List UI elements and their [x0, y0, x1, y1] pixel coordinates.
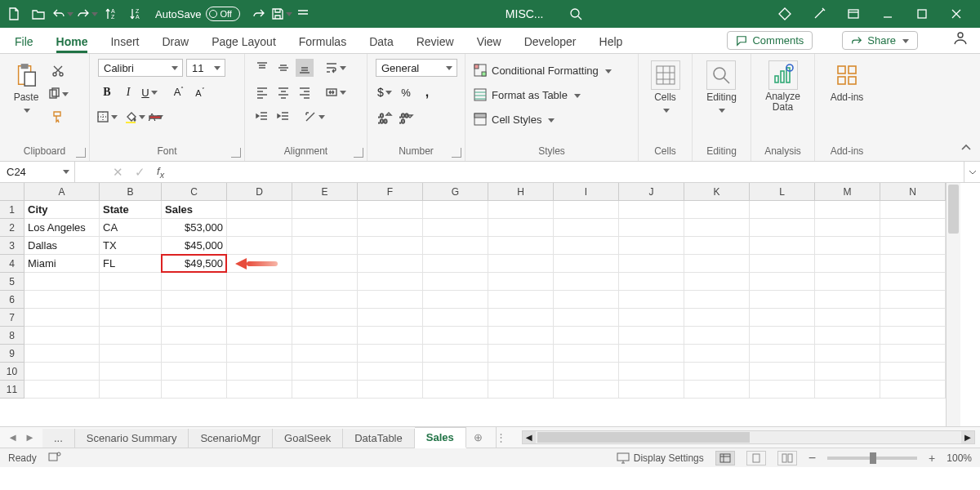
qat-customize-icon[interactable] — [296, 7, 310, 21]
cell-M8[interactable] — [815, 327, 880, 345]
cell-M9[interactable] — [815, 345, 880, 363]
cell-D3[interactable] — [227, 237, 292, 255]
addins-button[interactable]: Add-ins — [827, 59, 867, 105]
cell-L4[interactable] — [750, 255, 815, 273]
cell-E2[interactable] — [292, 219, 358, 237]
italic-icon[interactable]: I — [119, 83, 137, 101]
wand-icon[interactable] — [812, 7, 826, 21]
row-head-5[interactable]: 5 — [0, 273, 24, 291]
cell-D7[interactable] — [227, 309, 292, 327]
cell-D1[interactable] — [227, 201, 292, 219]
redo-icon[interactable] — [80, 7, 95, 21]
col-head-E[interactable]: E — [292, 183, 358, 201]
row-head-7[interactable]: 7 — [0, 309, 24, 327]
share-button[interactable]: Share — [842, 31, 918, 50]
col-head-C[interactable]: C — [162, 183, 227, 201]
cell-M10[interactable] — [815, 363, 880, 381]
cell-B3[interactable]: TX — [100, 237, 162, 255]
cell-B1[interactable]: State — [100, 201, 162, 219]
cell-F2[interactable] — [358, 219, 423, 237]
col-head-G[interactable]: G — [423, 183, 488, 201]
close-icon[interactable] — [949, 7, 964, 21]
analyze-data-button[interactable]: Analyze Data — [760, 59, 806, 114]
cell-I5[interactable] — [554, 273, 619, 291]
alignment-dialog-launcher[interactable] — [354, 148, 363, 158]
cell-I11[interactable] — [554, 381, 619, 399]
increase-indent-icon[interactable] — [274, 108, 292, 126]
cell-I4[interactable] — [554, 255, 619, 273]
cell-B11[interactable] — [100, 381, 162, 399]
cell-H9[interactable] — [488, 345, 554, 363]
sheet-tab-3[interactable]: DataTable — [343, 429, 415, 448]
cell-C7[interactable] — [162, 309, 227, 327]
zoom-level[interactable]: 100% — [947, 452, 972, 464]
cell-N5[interactable] — [880, 273, 946, 291]
cell-N10[interactable] — [880, 363, 946, 381]
cell-G6[interactable] — [423, 291, 488, 309]
cell-F8[interactable] — [358, 327, 423, 345]
cell-L3[interactable] — [750, 237, 815, 255]
cell-L5[interactable] — [750, 273, 815, 291]
cell-I3[interactable] — [554, 237, 619, 255]
cell-J9[interactable] — [619, 345, 684, 363]
tab-home[interactable]: Home — [56, 35, 88, 53]
cell-F4[interactable] — [358, 255, 423, 273]
cell-G1[interactable] — [423, 201, 488, 219]
cell-K9[interactable] — [684, 345, 750, 363]
cell-K1[interactable] — [684, 201, 750, 219]
cell-J5[interactable] — [619, 273, 684, 291]
number-format-combo[interactable]: General — [376, 59, 457, 77]
cell-D10[interactable] — [227, 363, 292, 381]
cell-K6[interactable] — [684, 291, 750, 309]
cell-J7[interactable] — [619, 309, 684, 327]
sheet-tab-2[interactable]: GoalSeek — [273, 429, 343, 448]
percent-icon[interactable]: % — [397, 83, 415, 101]
font-dialog-launcher[interactable] — [231, 148, 241, 158]
cell-H10[interactable] — [488, 363, 554, 381]
cell-J11[interactable] — [619, 381, 684, 399]
horizontal-scrollbar[interactable]: ◄► — [522, 430, 975, 444]
sort-asc-icon[interactable]: AZ — [105, 7, 119, 21]
cell-K3[interactable] — [684, 237, 750, 255]
sort-desc-icon[interactable]: ZA — [129, 7, 144, 21]
search-icon[interactable] — [568, 7, 583, 21]
cell-B10[interactable] — [100, 363, 162, 381]
decrease-decimal-icon[interactable]: .00.0 — [397, 108, 415, 126]
cell-A3[interactable]: Dallas — [24, 237, 100, 255]
sheet-nav-buttons[interactable]: ◄► — [0, 427, 42, 448]
page-break-view-icon[interactable] — [777, 451, 797, 466]
align-center-icon[interactable] — [274, 83, 292, 101]
open-file-icon[interactable] — [31, 7, 46, 21]
cell-K2[interactable] — [684, 219, 750, 237]
save-icon[interactable] — [274, 7, 289, 21]
cell-M6[interactable] — [815, 291, 880, 309]
cell-L11[interactable] — [750, 381, 815, 399]
bold-icon[interactable]: B — [98, 83, 116, 101]
cell-G4[interactable] — [423, 255, 488, 273]
font-size-combo[interactable]: 11 — [186, 59, 225, 77]
comma-icon[interactable]: , — [418, 83, 436, 101]
cell-C8[interactable] — [162, 327, 227, 345]
align-left-icon[interactable] — [253, 83, 271, 101]
cell-H2[interactable] — [488, 219, 554, 237]
editing-button[interactable]: Editing — [703, 59, 740, 118]
copy-icon[interactable] — [49, 85, 67, 103]
cell-L6[interactable] — [750, 291, 815, 309]
sheet-tab-4[interactable]: Sales — [415, 427, 466, 448]
grow-font-icon[interactable]: A˄ — [170, 83, 188, 101]
cell-N6[interactable] — [880, 291, 946, 309]
cell-L9[interactable] — [750, 345, 815, 363]
borders-icon[interactable] — [98, 108, 116, 126]
cell-H1[interactable] — [488, 201, 554, 219]
cell-N8[interactable] — [880, 327, 946, 345]
cell-E7[interactable] — [292, 309, 358, 327]
page-layout-view-icon[interactable] — [746, 451, 766, 466]
cell-C1[interactable]: Sales — [162, 201, 227, 219]
cell-E4[interactable] — [292, 255, 358, 273]
wrap-text-icon[interactable] — [327, 59, 345, 77]
diamond-icon[interactable] — [777, 7, 792, 21]
cell-I6[interactable] — [554, 291, 619, 309]
ribbon-mode-icon[interactable] — [846, 7, 861, 21]
cell-B2[interactable]: CA — [100, 219, 162, 237]
account-icon[interactable] — [952, 29, 969, 48]
